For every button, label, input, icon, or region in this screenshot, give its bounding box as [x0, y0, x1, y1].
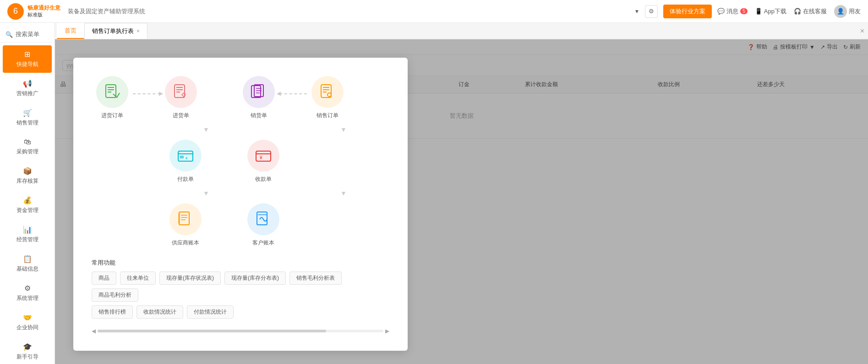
message-badge: 5	[740, 8, 748, 14]
modal: 进货订单 ▶	[73, 58, 408, 351]
page-content: ❓ 帮助 🖨 按模板打印 ▼ ↗ 导出 ↻ 刷新	[55, 39, 868, 364]
modal-overlay: 进货订单 ▶	[55, 39, 868, 364]
topbar: 6 畅康通好生意 标准版 装备及固定资产辅助管理系统 ▼ ⚙ 体验行业方案 💬 …	[0, 0, 868, 23]
svg-rect-30	[257, 212, 267, 225]
purchase-bill-icon	[165, 76, 197, 108]
flow-node-purchase-bill[interactable]: 进货单	[160, 71, 202, 124]
purchase-order-label: 进货订单	[101, 112, 123, 120]
receipt-icon: ¥	[247, 140, 279, 172]
func-btn-4[interactable]: 销售毛利分析表	[289, 272, 342, 285]
svg-rect-13	[321, 85, 331, 98]
sidebar-item-sales[interactable]: 🛒 销售管理	[3, 104, 52, 131]
logo-icon: 6	[7, 3, 24, 20]
flow-node-purchase-order[interactable]: 进货订单	[92, 71, 133, 124]
common-title: 常用功能	[92, 259, 389, 267]
sales-order-label: 销售订单	[317, 112, 338, 120]
flow-row-0: 进货订单 ▶	[92, 71, 389, 124]
svg-rect-25	[179, 212, 189, 225]
sidebar-item-marketing[interactable]: 📢 营销推广	[3, 75, 52, 102]
tab-bar-close-icon[interactable]: ×	[860, 27, 864, 35]
logo-area: 6 畅康通好生意 标准版	[7, 3, 62, 20]
system-title: 装备及固定资产辅助管理系统	[68, 7, 628, 16]
flow-row-4: 供应商账本 客户账本	[92, 199, 389, 251]
svg-rect-8	[251, 86, 261, 98]
flow-node-customer-ledger[interactable]: 客户账本	[243, 199, 284, 251]
scroll-track[interactable]	[98, 330, 383, 332]
user-area[interactable]: 👤 用友	[834, 5, 861, 18]
arrow-h-1: ◀	[279, 93, 307, 103]
sidebar-item-newbie[interactable]: 🎓 新手引导	[3, 338, 52, 364]
sidebar-search[interactable]: 🔍 搜索菜单	[0, 27, 55, 43]
sidebar-item-basic-info[interactable]: 📋 基础信息	[3, 250, 52, 277]
flow-node-receipt[interactable]: ¥ 收款单	[243, 135, 284, 188]
sidebar: 🔍 搜索菜单 ⊞ 快捷导航 📢 营销推广 🛒 销售管理 🛍 采购管理 📦	[0, 23, 55, 364]
func-btn-8[interactable]: 付款情况统计	[187, 305, 234, 319]
tab-close-icon[interactable]: ×	[136, 28, 140, 34]
app-download-btn[interactable]: 📱 App下载	[755, 7, 786, 16]
modal-scrollbar: ◀ ▶	[92, 325, 389, 337]
func-btn-2[interactable]: 现存量(库存状况表)	[159, 272, 221, 285]
logo-text: 畅康通好生意 标准版	[27, 5, 60, 18]
brand-sub: 标准版	[27, 11, 60, 18]
quick-nav-icon: ⊞	[24, 50, 30, 59]
sales-icon: 🛒	[23, 109, 32, 117]
func-btn-0[interactable]: 商品	[92, 272, 116, 285]
payment-icon: ¥	[169, 140, 202, 172]
sidebar-item-system[interactable]: ⚙ 系统管理	[3, 279, 52, 307]
func-btn-5[interactable]: 商品毛利分析	[92, 288, 138, 302]
topbar-right: 💬 消息 5 📱 App下载 🎧 在线客服 👤 用友	[717, 5, 861, 18]
function-buttons-row-1: 商品 往来单位 现存量(库存状况表) 现存量(库存分布表) 销售毛利分析表 商品…	[92, 272, 389, 302]
sidebar-item-enterprise[interactable]: 🤝 企业协同	[3, 309, 52, 336]
svg-text:¥: ¥	[259, 155, 262, 160]
message-icon: 💬	[717, 8, 725, 15]
supplier-ledger-icon	[169, 203, 202, 235]
finance-icon: 💰	[23, 196, 32, 205]
purchase-icon: 🛍	[24, 138, 31, 146]
svg-rect-26	[178, 213, 180, 224]
sidebar-item-purchase[interactable]: 🛍 采购管理	[3, 133, 52, 160]
experience-btn[interactable]: 体验行业方案	[663, 5, 712, 18]
inventory-icon: 📦	[23, 167, 32, 175]
newbie-icon: 🎓	[23, 342, 32, 351]
tab-home[interactable]: 首页	[57, 23, 84, 39]
sidebar-item-quick-nav[interactable]: ⊞ 快捷导航	[3, 45, 52, 73]
scroll-right-icon[interactable]: ▶	[385, 328, 389, 334]
message-btn[interactable]: 💬 消息 5	[717, 7, 748, 16]
tab-bar: 首页 销售订单执行表 × ×	[55, 23, 868, 39]
payment-label: 付款单	[177, 175, 194, 183]
flow-node-sales-bill[interactable]: 销货单	[238, 71, 279, 124]
service-icon: 🎧	[794, 8, 801, 15]
main-area: 🔍 搜索菜单 ⊞ 快捷导航 📢 营销推广 🛒 销售管理 🛍 采购管理 📦	[0, 23, 868, 364]
tab-sales-order[interactable]: 销售订单执行表 ×	[84, 23, 147, 39]
settings-icon[interactable]: ⚙	[645, 5, 658, 18]
online-service-btn[interactable]: 🎧 在线客服	[794, 7, 827, 16]
download-icon: 📱	[755, 8, 762, 15]
sales-bill-label: 销货单	[251, 112, 267, 120]
arrow-h-0: ▶	[133, 93, 160, 103]
func-btn-3[interactable]: 现存量(库存分布表)	[224, 272, 286, 285]
basic-info-icon: 📋	[23, 255, 32, 263]
flow-node-payment[interactable]: ¥ 付款单	[165, 135, 206, 188]
flow-node-supplier-ledger[interactable]: 供应商账本	[165, 199, 206, 251]
func-btn-1[interactable]: 往来单位	[120, 272, 156, 285]
flow-arrows-down-1: ▼ ▼	[92, 126, 389, 133]
svg-text:¥: ¥	[185, 156, 188, 160]
supplier-ledger-label: 供应商账本	[172, 239, 199, 247]
user-label: 用友	[849, 7, 861, 16]
func-btn-6[interactable]: 销售排行榜	[92, 305, 133, 319]
operations-icon: 📊	[23, 225, 32, 234]
function-buttons-row-2: 销售排行榜 收款情况统计 付款情况统计	[92, 305, 389, 319]
func-btn-7[interactable]: 收款情况统计	[136, 305, 183, 319]
customer-ledger-label: 客户账本	[252, 239, 274, 247]
avatar: 👤	[834, 5, 847, 18]
scroll-thumb	[98, 330, 326, 332]
sidebar-item-inventory[interactable]: 📦 库存核算	[3, 162, 52, 190]
sidebar-item-operations[interactable]: 📊 经营管理	[3, 221, 52, 248]
purchase-order-icon	[96, 76, 128, 108]
flow-node-sales-order[interactable]: 销售订单	[307, 71, 348, 124]
scroll-left-icon[interactable]: ◀	[92, 328, 96, 334]
app-wrapper: 6 畅康通好生意 标准版 装备及固定资产辅助管理系统 ▼ ⚙ 体验行业方案 💬 …	[0, 0, 868, 364]
sidebar-item-finance[interactable]: 💰 资金管理	[3, 191, 52, 219]
dropdown-icon[interactable]: ▼	[634, 8, 639, 15]
sales-bill-icon	[243, 76, 275, 108]
